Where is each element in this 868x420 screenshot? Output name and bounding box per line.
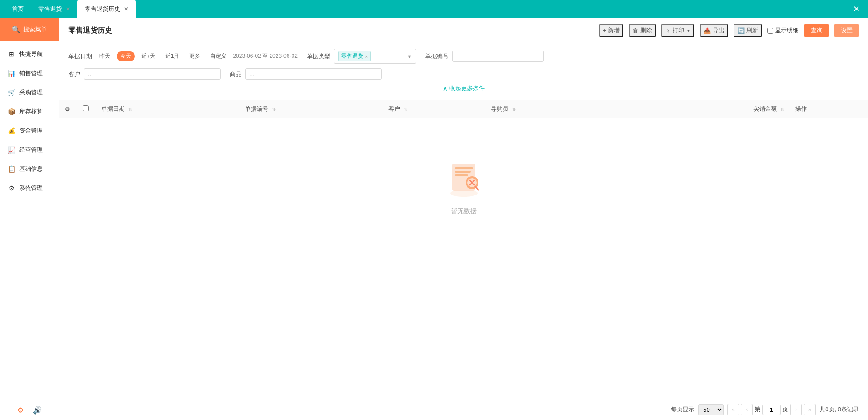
collapse-label: 收起更多条件 (449, 84, 485, 92)
prev-page-button[interactable]: ‹ (741, 404, 753, 415)
doc-type-select[interactable]: 零售退货 × ▼ (334, 49, 416, 64)
delete-button-label: 删除 (640, 26, 652, 35)
customer-filter-label: 客户 (68, 70, 80, 78)
col-customer-sort[interactable]: ⇅ (404, 107, 407, 112)
col-date[interactable]: 单据日期 ⇅ (96, 100, 239, 118)
sidebar-item-inventory-label: 库存核算 (19, 108, 43, 116)
page-number-input[interactable] (762, 405, 781, 415)
sidebar-item-sales[interactable]: 📊 销售管理 (0, 64, 59, 83)
col-number-sort[interactable]: ⇅ (272, 107, 276, 112)
sidebar-item-basic[interactable]: 📋 基础信息 (0, 159, 59, 179)
date-btn-last-month[interactable]: 近1月 (162, 51, 183, 61)
print-dropdown-icon: ▼ (686, 28, 691, 33)
col-amount-sort[interactable]: ⇅ (781, 107, 784, 112)
sidebar-item-system-label: 系统管理 (19, 184, 43, 192)
col-guide-sort[interactable]: ⇅ (512, 107, 516, 112)
quick-nav-icon: ⊞ (7, 50, 15, 58)
customer-placeholder: ... (88, 71, 93, 77)
date-btn-last7[interactable]: 近7天 (138, 51, 159, 61)
col-guide[interactable]: 导购员 ⇅ (485, 100, 608, 118)
svg-rect-2 (455, 167, 473, 169)
sales-icon: 📊 (7, 69, 15, 77)
display-toggle[interactable]: 显示明细 (767, 26, 799, 35)
date-btn-today[interactable]: 今天 (117, 51, 135, 61)
table-checkbox-col[interactable] (77, 100, 96, 118)
empty-text: 暂无数据 (451, 207, 477, 215)
sidebar-sound-icon[interactable]: 🔊 (33, 406, 42, 415)
tab-home[interactable]: 首页 (5, 0, 31, 18)
date-filter-label: 单据日期 (68, 52, 92, 61)
col-spacer (609, 100, 646, 118)
tab-return-history[interactable]: 零售退货历史 ✕ (77, 0, 136, 18)
doc-type-tag-label: 零售退货 (341, 52, 363, 60)
data-table: ⚙ 单据日期 ⇅ 单据编号 ⇅ (59, 100, 868, 118)
date-btn-yesterday[interactable]: 昨天 (96, 51, 114, 61)
sidebar: 🔍 搜索菜单 ⊞ 快捷导航 📊 销售管理 🛒 采购管理 📦 库存核算 💰 (0, 18, 59, 420)
system-icon: ⚙ (7, 184, 15, 192)
next-page-button[interactable]: › (790, 404, 802, 415)
col-amount-label: 实销金额 (753, 105, 777, 112)
first-page-button[interactable]: « (727, 404, 739, 415)
col-number-label: 单据编号 (245, 105, 268, 112)
last-page-button[interactable]: » (804, 404, 816, 415)
svg-rect-3 (455, 171, 471, 173)
doc-number-input[interactable] (452, 51, 544, 62)
sidebar-search[interactable]: 🔍 搜索菜单 (0, 18, 59, 41)
tab-return[interactable]: 零售退货 ✕ (31, 0, 77, 18)
goods-filter-field: 商品 ... (230, 68, 382, 80)
col-amount[interactable]: 实销金额 ⇅ (646, 100, 790, 118)
doc-type-tag-close[interactable]: × (365, 54, 368, 59)
table-settings-col[interactable]: ⚙ (59, 100, 77, 118)
search-button[interactable]: 查询 (804, 24, 829, 37)
sidebar-item-inventory[interactable]: 📦 库存核算 (0, 102, 59, 121)
search-icon: 🔍 (12, 26, 21, 34)
toolbar: + 新增 🗑 删除 🖨 打印 ▼ 📤 导出 🔄 刷新 (599, 24, 859, 37)
export-button-label: 导出 (713, 26, 724, 35)
sidebar-item-finance[interactable]: 💰 资金管理 (0, 121, 59, 140)
filter-row-1: 单据日期 昨天 今天 近7天 近1月 更多 自定义 2023-06-02 至 2… (68, 49, 859, 64)
goods-input[interactable]: ... (245, 68, 382, 80)
pagination-size-select[interactable]: 50 10 20 100 (698, 404, 724, 415)
window-close-button[interactable]: ✕ (849, 4, 863, 14)
date-btn-custom[interactable]: 自定义 (206, 51, 230, 61)
refresh-icon: 🔄 (737, 27, 745, 34)
collapse-up-icon: ∧ (443, 85, 447, 92)
doc-number-filter-field: 单据编号 (425, 51, 544, 62)
export-button[interactable]: 📤 导出 (700, 24, 728, 37)
date-range-text: 2023-06-02 至 2023-06-02 (233, 52, 297, 60)
col-guide-label: 导购员 (491, 105, 508, 112)
settings-button[interactable]: 设置 (834, 24, 859, 37)
tab-home-label: 首页 (12, 5, 24, 13)
sidebar-settings-icon[interactable]: ⚙ (17, 406, 24, 415)
delete-button[interactable]: 🗑 删除 (629, 24, 656, 37)
basic-icon: 📋 (7, 165, 15, 173)
date-btn-more[interactable]: 更多 (185, 51, 204, 61)
customer-input[interactable]: ... (84, 68, 221, 80)
tab-return-history-label: 零售退货历史 (85, 5, 120, 13)
add-button[interactable]: + 新增 (599, 24, 623, 37)
sidebar-item-operations-label: 经营管理 (19, 146, 43, 154)
display-toggle-checkbox[interactable] (767, 28, 773, 34)
tab-return-history-close[interactable]: ✕ (124, 6, 128, 12)
col-date-label: 单据日期 (101, 105, 125, 112)
page-total: 共0页, 0条记录 (819, 405, 859, 414)
sidebar-item-quick-nav[interactable]: ⊞ 快捷导航 (0, 45, 59, 64)
print-button[interactable]: 🖨 打印 ▼ (661, 24, 694, 37)
doc-number-filter-label: 单据编号 (425, 52, 449, 61)
col-customer[interactable]: 客户 ⇅ (383, 100, 486, 118)
table-select-all[interactable] (83, 105, 89, 111)
sidebar-item-system[interactable]: ⚙ 系统管理 (0, 179, 59, 198)
refresh-button[interactable]: 🔄 刷新 (734, 24, 762, 37)
sidebar-item-finance-label: 资金管理 (19, 127, 43, 135)
sidebar-item-purchase[interactable]: 🛒 采购管理 (0, 83, 59, 102)
tab-return-close[interactable]: ✕ (66, 6, 70, 12)
col-number[interactable]: 单据编号 ⇅ (239, 100, 383, 118)
table-settings-icon[interactable]: ⚙ (65, 106, 70, 113)
col-customer-label: 客户 (388, 105, 400, 112)
table-wrapper: ⚙ 单据日期 ⇅ 单据编号 ⇅ (59, 100, 868, 399)
collapse-button[interactable]: ∧ 收起更多条件 (443, 84, 485, 92)
col-date-sort[interactable]: ⇅ (128, 107, 132, 112)
col-action-label: 操作 (795, 105, 807, 112)
sidebar-item-operations[interactable]: 📈 经营管理 (0, 140, 59, 159)
sidebar-item-quick-nav-label: 快捷导航 (19, 50, 43, 58)
